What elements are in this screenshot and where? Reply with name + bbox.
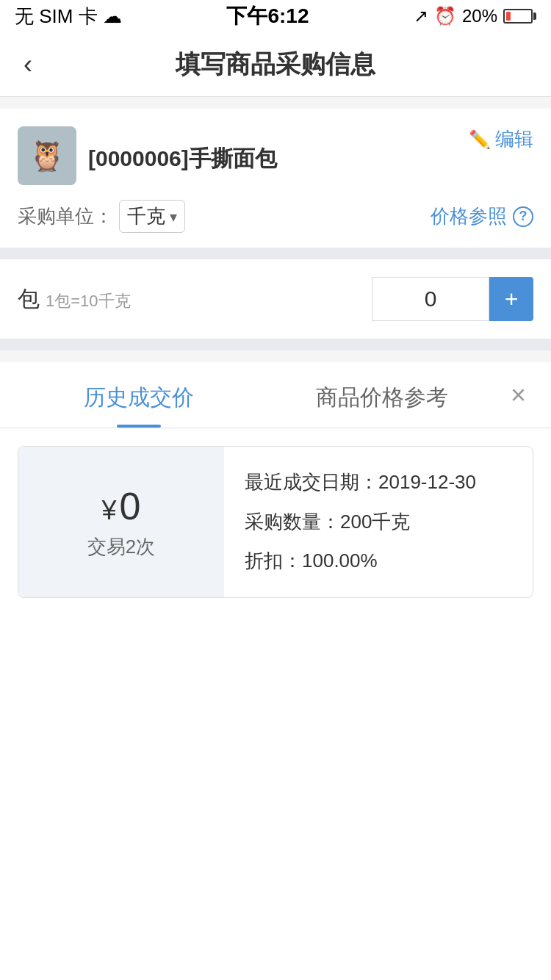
product-info: 🦉 [0000006]手撕面包 [18, 126, 277, 185]
transaction-count: 交易2次 [87, 534, 155, 560]
currency-symbol: ¥ [102, 495, 117, 525]
page-bottom [0, 616, 551, 980]
alarm-icon: ⏰ [434, 6, 456, 26]
product-logo: 🦉 [29, 139, 65, 173]
price-amount: ¥0 [102, 484, 141, 528]
tabs-container: 历史成交价 商品价格参考 × ¥0 交易2次 最近成交日期：2019-12-30… [0, 362, 551, 616]
price-card-right: 最近成交日期：2019-12-30 采购数量：200千克 折扣：100.00% [224, 447, 533, 597]
nav-bar: ‹ 填写商品采购信息 [0, 32, 551, 97]
unit-value: 千克 [127, 203, 165, 229]
chevron-down-icon: ▾ [170, 208, 177, 226]
section-divider-2 [0, 339, 551, 350]
status-right: ↗ ⏰ 20% [414, 6, 536, 26]
tab-price-reference[interactable]: 商品价格参考 [260, 362, 503, 428]
tabs-header: 历史成交价 商品价格参考 × [0, 362, 551, 428]
status-bar: 无 SIM 卡 ☁ 下午6:12 ↗ ⏰ 20% [0, 0, 551, 32]
battery-percent: 20% [462, 6, 497, 26]
section-divider [0, 248, 551, 259]
discount-row: 折扣：100.00% [245, 546, 512, 577]
quantity-row: 包 1包=10千克 + [0, 259, 551, 339]
purchase-qty-label: 采购数量： [245, 511, 340, 533]
product-image: 🦉 [18, 126, 76, 185]
product-header: 🦉 [0000006]手撕面包 ✏️ 编辑 [18, 126, 533, 185]
quantity-input-group: + [372, 277, 533, 321]
price-value: 0 [120, 485, 141, 527]
edit-button[interactable]: ✏️ 编辑 [469, 126, 533, 152]
product-name-wrap: [0000006]手撕面包 [88, 138, 277, 174]
edit-label: 编辑 [495, 126, 533, 152]
tab-history-price[interactable]: 历史成交价 [18, 362, 260, 428]
tab-close-button[interactable]: × [503, 365, 533, 425]
recent-date-value: 2019-12-30 [378, 471, 476, 493]
recent-date-row: 最近成交日期：2019-12-30 [245, 467, 512, 498]
purchase-qty-row: 采购数量：200千克 [245, 507, 512, 538]
purchase-unit-label: 采购单位： [18, 203, 113, 229]
price-reference-button[interactable]: 价格参照 ? [431, 203, 533, 229]
product-card: 🦉 [0000006]手撕面包 ✏️ 编辑 采购单位： 千克 ▾ 价格参照 ? [0, 109, 551, 248]
info-icon: ? [513, 206, 533, 227]
quantity-conversion: 1包=10千克 [46, 290, 131, 312]
purchase-unit-row: 采购单位： 千克 ▾ 价格参照 ? [18, 200, 533, 233]
tab-content-history: ¥0 交易2次 最近成交日期：2019-12-30 采购数量：200千克 折扣：… [0, 428, 551, 616]
price-card: ¥0 交易2次 最近成交日期：2019-12-30 采购数量：200千克 折扣：… [18, 446, 533, 598]
quantity-label-group: 包 1包=10千克 [18, 284, 131, 314]
unit-select-dropdown[interactable]: 千克 ▾ [119, 200, 185, 233]
status-left: 无 SIM 卡 ☁ [15, 4, 122, 29]
page-title: 填写商品采购信息 [176, 48, 375, 82]
sim-status: 无 SIM 卡 ☁ [15, 4, 122, 29]
price-reference-label: 价格参照 [431, 203, 507, 229]
discount-value: 100.00% [302, 550, 378, 572]
purchase-qty-value: 200千克 [340, 511, 410, 533]
status-time: 下午6:12 [226, 2, 309, 30]
quantity-input[interactable] [372, 277, 489, 321]
back-button[interactable]: ‹ [18, 43, 38, 86]
recent-date-label: 最近成交日期： [245, 471, 378, 493]
price-card-left: ¥0 交易2次 [18, 447, 224, 597]
quantity-unit-name: 包 [18, 284, 40, 314]
location-icon: ↗ [414, 6, 428, 26]
purchase-unit-group: 采购单位： 千克 ▾ [18, 200, 185, 233]
product-full-name: [0000006]手撕面包 [88, 144, 277, 174]
battery-icon [503, 9, 536, 24]
edit-icon: ✏️ [469, 129, 491, 150]
quantity-plus-button[interactable]: + [489, 277, 533, 321]
discount-label: 折扣： [245, 550, 302, 572]
